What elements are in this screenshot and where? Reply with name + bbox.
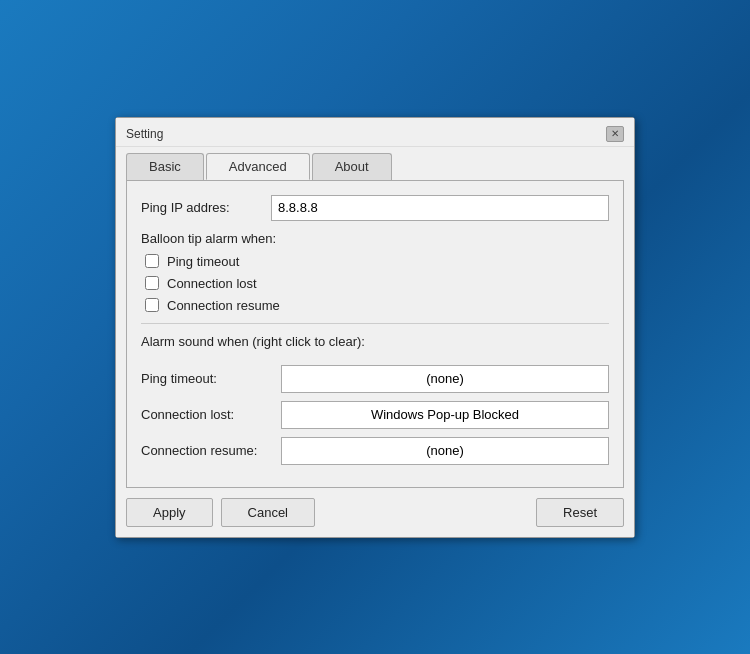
settings-window: Setting ✕ Basic Advanced About Ping IP a…: [115, 117, 635, 538]
divider: [141, 323, 609, 324]
connection-resume-label: Connection resume: [167, 298, 280, 313]
content-area: Ping IP addres: Balloon tip alarm when: …: [126, 180, 624, 488]
close-button[interactable]: ✕: [606, 126, 624, 142]
alarm-resume-label: Connection resume:: [141, 443, 281, 458]
alarm-lost-label: Connection lost:: [141, 407, 281, 422]
alarm-resume-button[interactable]: (none): [281, 437, 609, 465]
reset-button[interactable]: Reset: [536, 498, 624, 527]
checkbox-connection-lost: Connection lost: [141, 276, 609, 291]
tab-bar: Basic Advanced About: [116, 147, 634, 180]
ping-timeout-checkbox[interactable]: [145, 254, 159, 268]
alarm-ping-label: Ping timeout:: [141, 371, 281, 386]
ping-ip-input[interactable]: [271, 195, 609, 221]
ping-timeout-label: Ping timeout: [167, 254, 239, 269]
alarm-resume-row: Connection resume: (none): [141, 437, 609, 465]
ping-ip-row: Ping IP addres:: [141, 195, 609, 221]
close-icon: ✕: [611, 128, 619, 139]
alarm-section-label: Alarm sound when (right click to clear):: [141, 334, 609, 349]
ping-ip-label: Ping IP addres:: [141, 200, 271, 215]
connection-lost-label: Connection lost: [167, 276, 257, 291]
spacer: [323, 498, 528, 527]
alarm-ping-row: Ping timeout: (none): [141, 365, 609, 393]
title-bar: Setting ✕: [116, 118, 634, 147]
tab-advanced[interactable]: Advanced: [206, 153, 310, 180]
apply-button[interactable]: Apply: [126, 498, 213, 527]
bottom-bar: Apply Cancel Reset: [116, 488, 634, 537]
tab-about[interactable]: About: [312, 153, 392, 180]
alarm-section: Alarm sound when (right click to clear):…: [141, 334, 609, 465]
checkbox-ping-timeout: Ping timeout: [141, 254, 609, 269]
alarm-lost-button[interactable]: Windows Pop-up Blocked: [281, 401, 609, 429]
alarm-lost-row: Connection lost: Windows Pop-up Blocked: [141, 401, 609, 429]
alarm-ping-button[interactable]: (none): [281, 365, 609, 393]
connection-resume-checkbox[interactable]: [145, 298, 159, 312]
window-title: Setting: [126, 127, 163, 141]
checkbox-connection-resume: Connection resume: [141, 298, 609, 313]
balloon-tip-label: Balloon tip alarm when:: [141, 231, 609, 246]
cancel-button[interactable]: Cancel: [221, 498, 315, 527]
connection-lost-checkbox[interactable]: [145, 276, 159, 290]
tab-basic[interactable]: Basic: [126, 153, 204, 180]
